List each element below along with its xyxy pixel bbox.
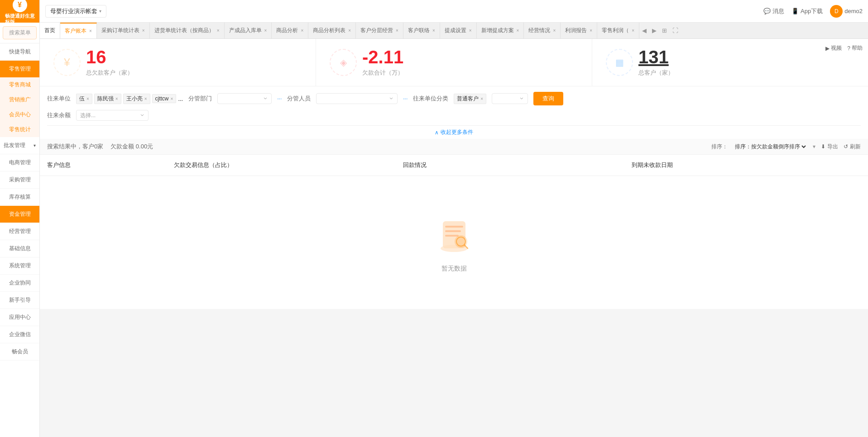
tab-product-inbound[interactable]: 产成品入库单 × [225,23,272,39]
sidebar-item-enterprise-collab[interactable]: 企业协同 [0,275,39,292]
refresh-button[interactable]: ↺ 刷新 [844,143,861,151]
download-icon: ⬇ [821,143,825,150]
sidebar-item-ecommerce[interactable]: 电商管理 [0,154,39,171]
company-type-select[interactable] [492,93,528,104]
tab-retail-profit[interactable]: 零售利润（ × [597,23,639,39]
tab-close-product-inbound[interactable]: × [264,28,267,33]
tab-close-boost-settings[interactable]: × [469,28,472,33]
sort-label: 排序： [711,143,728,151]
empty-state: 暂无数据 [40,176,868,309]
tab-close-goods-analysis[interactable]: × [301,28,303,33]
total-customers-number: 131 [638,48,674,66]
tab-close-inbound-stats[interactable]: × [217,28,220,33]
tab-close-business-status[interactable]: × [553,28,556,33]
sidebar-item-enterprise-wechat[interactable]: 企业微信 [0,326,39,343]
sidebar-item-retail-stats[interactable]: 零售统计 [0,122,39,137]
logo: ¥ 畅捷通好生意 标版 [0,0,39,23]
sidebar-item-system[interactable]: 系统管理 [0,257,39,275]
tab-purchase-order[interactable]: 采购订单统计表 × [97,23,150,39]
col-arrears-info: 欠款交易信息（占比） [174,159,403,171]
remove-tag-chen[interactable]: × [115,96,118,101]
more-company-tags[interactable]: ... [178,95,183,102]
topbar-left: 母婴行业演示帐套 ▾ [45,5,106,18]
person-select[interactable] [316,93,398,104]
sidebar-item-marketing[interactable]: 营销推广 [0,92,39,107]
tab-expand[interactable]: ⊞ [659,27,670,34]
sidebar-item-new-guide[interactable]: 新手引导 [0,292,39,309]
sidebar-item-app-center[interactable]: 应用中心 [0,309,39,326]
tab-customer-contact[interactable]: 客户联络 × [403,23,440,39]
filter-row-1: 往来单位 伍 × 陈民强 × 王小亮 × [47,92,861,105]
sidebar-item-member-center[interactable]: 会员中心 [0,107,39,122]
arrears-amount: 欠款金额 0.00元 [110,142,153,151]
col-due-date: 到期未收款日期 [632,159,861,171]
tab-close-new-boost[interactable]: × [517,28,519,33]
tab-scroll-right[interactable]: ▶ [649,27,659,34]
company-tag-chen: 陈民强 × [94,94,121,104]
tab-profit-report[interactable]: 利润报告 × [561,23,597,39]
tab-fullscreen[interactable]: ⛶ [670,27,681,34]
remove-tag-cjttcw[interactable]: × [171,96,173,101]
tab-close-goods-list[interactable]: × [348,28,351,33]
account-selector[interactable]: 母婴行业演示帐套 ▾ [45,5,106,18]
company-tag-wang: 王小亮 × [123,94,150,104]
sort-select[interactable]: 排序：按欠款金额倒序排序 [733,143,807,150]
tab-close-customer-account[interactable]: × [89,28,92,33]
sidebar-item-inventory[interactable]: 库存核算 [0,189,39,206]
tab-goods-list[interactable]: 商品分析列表 × [308,23,356,39]
query-button[interactable]: 查询 [533,92,563,105]
dept-more-btn[interactable]: ··· [277,95,282,102]
filter-section: 往来单位 伍 × 陈民强 × 王小亮 × [40,86,868,139]
search-result-right: 排序： 排序：按欠款金额倒序排序 ▾ ⬇ 导出 ↺ 刷新 [711,143,861,151]
tab-scroll-left[interactable]: ◀ [639,27,649,34]
remove-company-type-tag[interactable]: × [480,96,483,101]
tab-boost-settings[interactable]: 提成设置 × [440,23,477,39]
tab-goods-analysis[interactable]: 商品分析 × [272,23,308,39]
sidebar-item-finance[interactable]: 资金管理 [0,206,39,223]
sidebar-item-operations[interactable]: 经营管理 [0,223,39,240]
sidebar-item-retail-mgmt[interactable]: 零售管理 [0,61,39,77]
sidebar-item-purchase[interactable]: 采购管理 [0,171,39,189]
company-tag-wu: 伍 × [76,94,92,104]
stat-total-customers: ▦ 131 总客户（家） [592,39,868,86]
sidebar-item-quick-nav[interactable]: 快捷导航 [0,43,39,61]
search-menu-button[interactable]: 搜索菜单 [3,26,37,39]
col-repayment: 回款情况 [403,159,632,171]
tab-close-customer-contact[interactable]: × [432,28,435,33]
empty-icon [432,212,477,257]
collapse-filter-button[interactable]: ∧ 收起更多条件 [47,125,861,139]
chevron-down-icon: ▾ [34,143,36,148]
tab-home[interactable]: 首页 [40,23,60,39]
user-menu[interactable]: D demo2 [830,5,863,18]
sort-arrow: ▾ [813,143,815,150]
company-tag-cjttcw: cjttcw × [152,94,177,103]
svg-rect-2 [445,226,463,228]
chevron-up-icon: ∧ [435,129,439,136]
tab-close-purchase-order[interactable]: × [142,28,145,33]
tab-close-retail-profit[interactable]: × [632,28,634,33]
tab-customer-tier[interactable]: 客户分层经营 × [356,23,403,39]
dept-select[interactable] [217,93,272,104]
tab-new-boost[interactable]: 新增提成方案 × [477,23,524,39]
balance-select[interactable]: 选择... [76,110,149,121]
remove-tag-wang[interactable]: × [144,96,147,101]
sidebar-item-basic-info[interactable]: 基础信息 [0,240,39,257]
app-download-button[interactable]: 📱 App下载 [791,7,823,15]
tab-business-status[interactable]: 经营情况 × [524,23,561,39]
person-more-btn[interactable]: ··· [403,95,408,102]
sidebar-item-wholesale[interactable]: 批发管理 ▾ [0,137,39,154]
sidebar-item-vip[interactable]: 畅会员 [0,343,39,361]
svg-rect-3 [445,230,461,232]
sidebar-item-retail-mall[interactable]: 零售商城 [0,77,39,92]
messages-button[interactable]: 💬 消息 [763,7,784,15]
tab-customer-account[interactable]: 客户账本 × [60,23,97,39]
topbar-right: 💬 消息 📱 App下载 D demo2 [763,5,863,18]
result-count: 搜索结果中，客户0家 [47,142,103,151]
export-button[interactable]: ⬇ 导出 [821,143,838,151]
tab-inbound-stats[interactable]: 进货单统计表（按商品） × [150,23,225,39]
stat-bg-circle-3: ▦ [606,49,633,76]
remove-tag-wu[interactable]: × [86,96,89,101]
tab-close-profit-report[interactable]: × [590,28,592,33]
tab-close-customer-tier[interactable]: × [396,28,398,33]
company-type-tags: 普通客户 × [454,94,486,104]
